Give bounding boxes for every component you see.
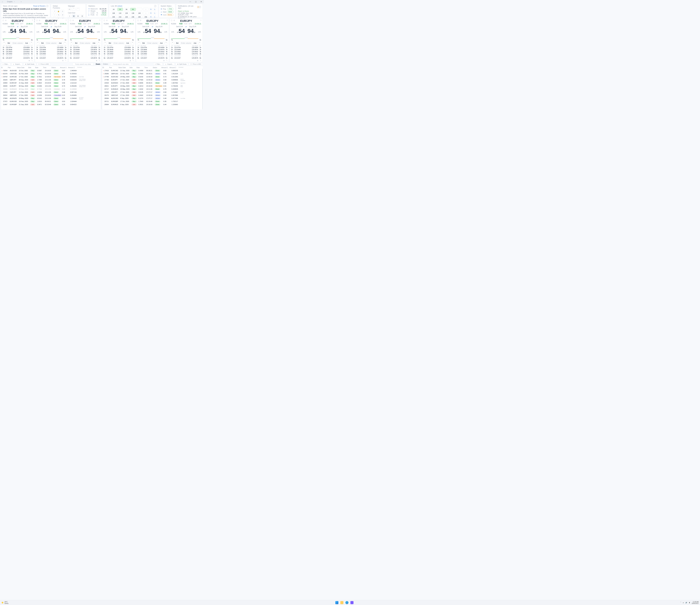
lot-add-button[interactable]: + — [143, 8, 149, 11]
card-list-icon[interactable]: ≣ — [62, 59, 64, 62]
volume-input[interactable]: Enter volume — [147, 42, 158, 45]
price-right[interactable]: 9490 — [188, 28, 195, 36]
ask-button[interactable]: Ask — [125, 42, 130, 45]
open-external-icon[interactable]: ↗ — [46, 5, 48, 7]
bid-chevron-icon[interactable]: ˅ — [70, 42, 73, 45]
volume-input[interactable]: Enter volume — [181, 42, 192, 45]
slippager-up-icon[interactable]: ˄ — [72, 8, 75, 10]
table-row[interactable]: 25284EUR/AUD08 Sep, 2020Buy0.716413:11:3… — [1, 88, 101, 91]
card-list-icon[interactable]: ≣ — [197, 59, 198, 62]
th-side[interactable]: Side — [129, 67, 136, 68]
price-left[interactable]: 8754 — [143, 28, 151, 36]
table-row[interactable]: 27869AUD/NZD24 May, 2020Buy0.514113:11:3… — [1, 97, 101, 100]
price-right[interactable]: 9490 — [19, 28, 27, 36]
table-row[interactable]: 28521EUR/JPY24 May, 2020Buy0.421323:18:3… — [102, 84, 203, 88]
th-time[interactable]: Time — [43, 67, 51, 68]
ask-chevron-icon[interactable]: ˅ — [198, 42, 201, 45]
card-pin-icon[interactable]: ▢ — [103, 19, 105, 21]
card-chart-icon[interactable]: 〽 — [200, 59, 201, 62]
lot-side-icon[interactable]: ⎘ — [153, 16, 156, 18]
lot-12K[interactable]: 12K — [124, 11, 129, 15]
split-deals-button[interactable]: ⇉Split Deals — [23, 63, 36, 66]
tab-deals[interactable]: Deals — [96, 63, 100, 65]
card-pin-icon[interactable]: ▢ — [70, 19, 71, 21]
table-row[interactable]: 21916USD/JPY17 Oct, 2020Sell0.513517:27:… — [102, 91, 203, 94]
swap-icon[interactable]: ⇄ — [118, 26, 119, 28]
th-status[interactable]: Status — [153, 67, 161, 68]
table-row[interactable]: 22633CHF/JPY11 Feb, 2020Sell1.523413:11:… — [1, 91, 101, 94]
table-row[interactable]: 26329GBP/JPY08 Sep, 2020Sell1.738913:11:… — [1, 78, 101, 81]
th-status[interactable]: Status — [51, 67, 60, 68]
card-chart-icon[interactable]: 〽 — [166, 59, 168, 62]
card-list-icon[interactable]: ≣ — [130, 59, 131, 62]
lot-3K[interactable]: 3K — [124, 8, 129, 11]
bid-button[interactable]: Bid — [73, 42, 79, 45]
card-pin-icon[interactable]: ▢ — [2, 19, 4, 21]
tab-orders[interactable]: Orders — [103, 63, 108, 65]
th-comment[interactable]: Comment — [77, 67, 101, 68]
th-side[interactable]: Side — [28, 67, 35, 68]
tenor-tabs[interactable]: TODTOMSPT — [145, 23, 158, 25]
card-close-icon[interactable]: × — [200, 19, 201, 21]
swap-icon[interactable]: ⇄ — [185, 26, 187, 28]
price-mio-checkbox[interactable]: ☐Price in MIO — [37, 63, 51, 66]
ask-chevron-icon[interactable]: ˅ — [30, 42, 33, 45]
tenor-tabs[interactable]: TODTOMSPT — [112, 23, 124, 25]
card-close-icon[interactable]: × — [167, 19, 168, 21]
filter-button-2[interactable]: ⌗Filter... — [153, 63, 163, 66]
lot-20K[interactable]: 20K — [111, 16, 117, 18]
th-rate[interactable]: Rate — [35, 67, 43, 68]
fn-swap-icon[interactable]: ⇆ — [57, 14, 60, 16]
home-tab-icon[interactable]: ⌂ — [0, 1, 5, 3]
th-time[interactable]: Time — [144, 67, 153, 68]
th-valuedate[interactable]: Value Date — [118, 67, 129, 68]
swap-icon[interactable]: ⇄ — [152, 26, 153, 28]
th-valuedate[interactable]: Value Date — [17, 67, 28, 68]
bid-button[interactable]: Bid — [174, 42, 180, 45]
bid-chevron-icon[interactable]: ˅ — [138, 42, 140, 45]
scrollbar-thumb[interactable] — [101, 69, 101, 77]
table-row[interactable]: ●27789AUD/CAD24 May, 2020Buy0.523212:33:… — [102, 75, 203, 78]
price-right[interactable]: 9490 — [86, 28, 94, 36]
card-close-icon[interactable]: × — [133, 19, 134, 21]
th-id[interactable]: ID — [1, 67, 8, 68]
tenor-tabs[interactable]: TODTOMSPT — [10, 23, 23, 25]
close-icon[interactable]: ✕ — [200, 1, 202, 3]
price-right[interactable]: 9490 — [53, 28, 60, 36]
volume-input[interactable]: Enter volume — [113, 42, 124, 45]
fn-sliders-icon[interactable]: ፧ — [53, 14, 56, 16]
th-rate[interactable]: Rate — [136, 67, 144, 68]
price-right[interactable]: 9490 — [154, 28, 161, 36]
bid-button[interactable]: Bid — [40, 42, 45, 45]
price-left[interactable]: 8754 — [76, 28, 84, 36]
table-row[interactable]: ●62378USD/CAD01 Feb, 2020Buy0.741102:33:… — [1, 72, 101, 75]
swap-icon[interactable]: ⇄ — [84, 26, 86, 28]
th-id[interactable]: ID — [102, 67, 109, 68]
card-close-icon[interactable]: × — [99, 19, 100, 21]
card-chart-icon[interactable]: 〽 — [65, 59, 66, 62]
card-target-icon[interactable]: ◎ — [72, 19, 74, 21]
card-close-icon[interactable]: × — [32, 19, 33, 21]
add-tab-button[interactable]: ＋ — [20, 1, 23, 3]
lot-side-icon[interactable]: ⎘ — [153, 11, 156, 15]
card-target-icon[interactable]: ◎ — [39, 19, 40, 21]
minimize-icon[interactable]: — — [190, 1, 191, 3]
price-left[interactable]: 8754 — [42, 28, 50, 36]
lot-11K[interactable]: 11K — [117, 11, 123, 15]
card-list-icon[interactable]: ≣ — [29, 59, 30, 62]
tenor-tabs[interactable]: TODTOMSPT — [179, 23, 192, 25]
volume-input[interactable]: Enter volume — [46, 42, 57, 45]
lot-13K[interactable]: 13K — [130, 11, 136, 15]
card-target-icon[interactable]: ◎ — [106, 19, 107, 21]
swap-icon[interactable]: ⇄ — [17, 26, 18, 28]
tenor-tabs[interactable]: TODTOMSPT — [78, 23, 91, 25]
bid-chevron-icon[interactable]: ˅ — [36, 42, 39, 45]
fn-lock-icon[interactable]: 🔒 — [57, 10, 60, 13]
th-pair[interactable]: Pair — [109, 67, 118, 68]
price-right[interactable]: 9490 — [120, 28, 128, 36]
lots-clear-link[interactable]: [clear] — [118, 5, 122, 7]
lot-24K[interactable]: 24K — [136, 16, 142, 18]
bid-button[interactable]: Bid — [107, 42, 113, 45]
card-size-3-icon[interactable]: ▤ — [76, 15, 80, 18]
lot-4K[interactable]: 4K — [130, 8, 136, 11]
